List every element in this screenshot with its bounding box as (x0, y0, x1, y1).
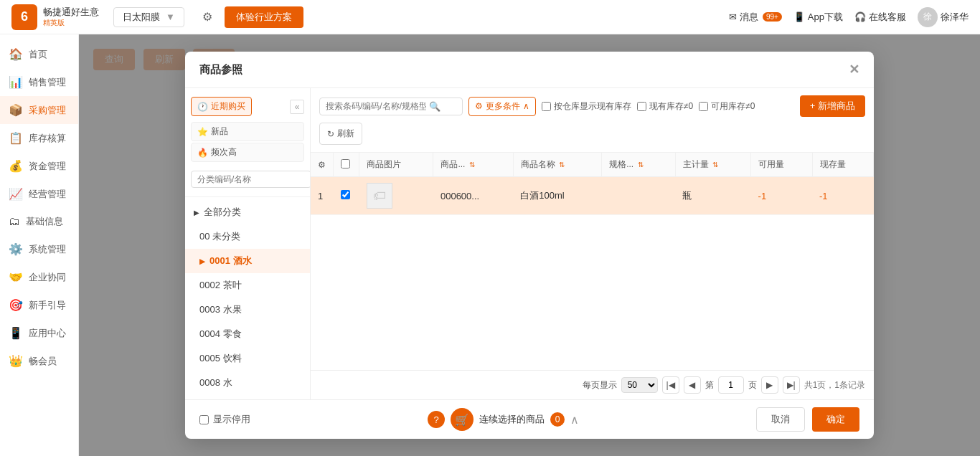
prev-page-btn[interactable]: ◀ (684, 376, 701, 394)
row-spec (602, 177, 675, 215)
new-products-btn[interactable]: ⭐ 新品 (191, 122, 304, 141)
warehouse-checkbox[interactable] (542, 102, 551, 111)
star-icon: ⭐ (197, 127, 208, 137)
page-size-select[interactable]: 50 100 (621, 377, 658, 393)
clock-icon: 🕐 (197, 102, 208, 112)
modal-overlay: 商品参照 ✕ 🕐 近期购买 « (79, 34, 980, 456)
row-select-checkbox[interactable] (341, 190, 350, 199)
modal-header: 商品参照 ✕ (185, 52, 874, 88)
warehouse-filter[interactable]: 按仓库显示现有库存 (542, 100, 631, 113)
more-filter-btn[interactable]: ⚙ 更多条件 ∧ (468, 97, 536, 116)
sidebar-item-inventory[interactable]: 📋 库存核算 (0, 124, 78, 152)
system-icon: ⚙️ (9, 242, 23, 256)
product-search-input[interactable] (326, 101, 426, 111)
usable-ne0-filter[interactable]: 可用库存≠0 (699, 100, 755, 113)
col-unit: 主计量 ⇅ (675, 153, 750, 177)
cancel-button[interactable]: 取消 (756, 407, 805, 432)
category-tea[interactable]: 0002 茶叶 (185, 273, 310, 298)
help-icon[interactable]: ? (428, 411, 445, 428)
category-fruit[interactable]: 0003 水果 (185, 298, 310, 322)
col-usable: 可用量 (751, 153, 812, 177)
col-name: 商品名称 ⇅ (513, 153, 601, 177)
row-num: 1 (311, 177, 334, 215)
first-page-btn[interactable]: |◀ (662, 376, 679, 394)
col-image: 商品图片 (359, 153, 433, 177)
app-download-item[interactable]: 📱 App下载 (793, 11, 843, 24)
sidebar-item-collab[interactable]: 🤝 企业协同 (0, 263, 78, 291)
user-area[interactable]: 徐 徐泽华 (918, 7, 969, 27)
add-product-btn[interactable]: + 新增商品 (800, 95, 865, 117)
footer-left: 显示停用 (199, 413, 250, 426)
cart-icon[interactable]: 🛒 (451, 408, 473, 431)
sales-icon: 📊 (9, 75, 23, 89)
category-top-buttons: 🕐 近期购买 « (185, 94, 310, 122)
col-checkbox (334, 153, 359, 177)
sidebar-item-apps[interactable]: 📱 应用中心 (0, 319, 78, 347)
category-panel: 🕐 近期购买 « ⭐ 新品 🔥 频次 (185, 88, 311, 399)
search-icon[interactable]: 🔍 (429, 101, 440, 112)
high-frequency-btn[interactable]: 🔥 频次高 (191, 143, 304, 162)
logo-icon: 6 (11, 4, 37, 30)
category-search: 🔍 (185, 168, 310, 194)
sidebar-item-member[interactable]: 👑 畅会员 (0, 347, 78, 375)
messages-nav-item[interactable]: ✉ 消息 99+ (729, 11, 782, 24)
table-header-row: ⚙ 商品图片 (311, 153, 874, 177)
show-disabled-label[interactable]: 显示停用 (199, 413, 250, 426)
pagination: 每页显示 50 100 |◀ ◀ 第 页 ▶ ▶| (311, 370, 874, 399)
sort-icon: ⇅ (469, 161, 475, 168)
last-page-btn[interactable]: ▶| (783, 376, 800, 394)
col-stock: 现存量 (812, 153, 874, 177)
main-content: 查询 刷新 设置 商品参照 ✕ 🕐 近期购买 (79, 34, 980, 456)
footer-right: 取消 确定 (756, 407, 859, 432)
chevron-up-icon: ∧ (523, 101, 529, 111)
next-page-btn[interactable]: ▶ (761, 376, 778, 394)
sidebar-item-finance[interactable]: 💰 资金管理 (0, 152, 78, 180)
sidebar-item-guide[interactable]: 🎯 新手引导 (0, 291, 78, 319)
modal-title: 商品参照 (199, 63, 242, 77)
sidebar-item-home[interactable]: 🏠 首页 (0, 40, 78, 68)
sidebar-item-system[interactable]: ⚙️ 系统管理 (0, 235, 78, 263)
sidebar-item-sales[interactable]: 📊 销售管理 (0, 68, 78, 96)
col-spec: 规格... ⇅ (602, 153, 675, 177)
guide-icon: 🎯 (9, 298, 23, 312)
usable-ne0-checkbox[interactable] (699, 102, 708, 111)
refresh-btn[interactable]: ↻ 刷新 (319, 123, 362, 145)
online-service-item[interactable]: 🎧 在线客服 (854, 11, 906, 24)
sidebar-item-purchase[interactable]: 📦 采购管理 (0, 96, 78, 124)
collapse-icon[interactable]: ∧ (570, 413, 579, 427)
sort-icon: ⇅ (712, 161, 718, 168)
product-table-container: ⚙ 商品图片 (311, 153, 874, 370)
row-stock: -1 (812, 177, 874, 215)
collapse-panel-btn[interactable]: « (290, 100, 304, 114)
show-disabled-checkbox[interactable] (199, 415, 209, 424)
table-row[interactable]: 1 🏷 000600... 白酒100ml (311, 177, 874, 215)
sidebar-item-basic[interactable]: 🗂 基础信息 (0, 208, 78, 235)
chevron-down-icon: ▼ (166, 11, 175, 22)
recent-purchase-btn[interactable]: 🕐 近期购买 (191, 97, 252, 116)
select-all-checkbox[interactable] (341, 159, 350, 168)
product-table: ⚙ 商品图片 (311, 153, 874, 215)
category-liquor[interactable]: ▶ 0001 酒水 (185, 249, 310, 273)
phone-icon: 📱 (793, 11, 805, 22)
close-icon[interactable]: ✕ (849, 62, 859, 77)
row-name: 白酒100ml (513, 177, 601, 215)
row-unit: 瓶 (675, 177, 750, 215)
row-image: 🏷 (359, 177, 433, 215)
logo-text: 畅捷通好生意 精英版 (43, 6, 99, 28)
category-all[interactable]: ▶ 全部分类 (185, 200, 310, 224)
nav-right: ✉ 消息 99+ 📱 App下载 🎧 在线客服 徐 徐泽华 (729, 7, 969, 27)
experience-btn[interactable]: 体验行业方案 (225, 6, 303, 28)
nav-selector[interactable]: 日太阳膜 ▼ (113, 7, 184, 27)
row-usable: -1 (751, 177, 812, 215)
category-beverage[interactable]: 0005 饮料 (185, 346, 310, 371)
category-unclassified[interactable]: 00 未分类 (185, 224, 310, 249)
sidebar-item-operations[interactable]: 📈 经营管理 (0, 180, 78, 208)
page-number-input[interactable] (718, 376, 744, 394)
stock-ne0-checkbox[interactable] (637, 102, 646, 111)
confirm-button[interactable]: 确定 (812, 407, 859, 432)
stock-ne0-filter[interactable]: 现有库存≠0 (637, 100, 693, 113)
category-search-input[interactable] (191, 171, 311, 188)
settings-icon[interactable]: ⚙ (196, 6, 219, 29)
category-snack[interactable]: 0004 零食 (185, 322, 310, 346)
category-water[interactable]: 0008 水 (185, 371, 310, 395)
